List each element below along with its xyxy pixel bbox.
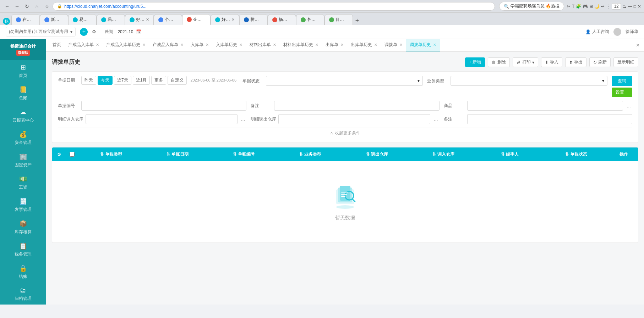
forward-button[interactable]: → (13, 2, 21, 11)
close-btn[interactable]: ✕ (638, 4, 641, 9)
new-button[interactable]: + 新增 (465, 57, 485, 67)
sort-icon-no[interactable]: ⇅ (233, 152, 236, 157)
sidebar-item-assets[interactable]: 🏢 固定资产 (0, 149, 46, 172)
service-button[interactable]: 👤 人工咨询 (585, 29, 609, 35)
tab-close-page-11[interactable]: ✕ (433, 43, 436, 47)
search-bar[interactable]: 🔍 学霸应聘场驱鸟员 🔥热搜 (499, 2, 564, 11)
page-tab-2[interactable]: 产成品入库单历史 ✕ (103, 39, 149, 51)
page-tab-8[interactable]: 出库单 ✕ (322, 39, 347, 51)
tab-close-page-1[interactable]: ✕ (96, 43, 99, 47)
tab-close-page-2[interactable]: ✕ (142, 43, 146, 47)
goods-dots-btn[interactable]: ... (625, 103, 632, 108)
date-btn-more[interactable]: 更多 (151, 76, 166, 85)
sidebar-item-payroll[interactable]: 💵 工资 (0, 172, 46, 194)
tab-close-page-8[interactable]: ✕ (340, 43, 344, 47)
settings-link[interactable]: ⚙ (92, 29, 96, 34)
browser-tab-7[interactable]: 企… (182, 14, 211, 25)
goods-input[interactable] (467, 101, 623, 111)
sidebar-item-home[interactable]: ⊞ 首页 (0, 60, 46, 82)
page-tab-11[interactable]: 调拨单历史 ✕ (406, 39, 440, 51)
browser-tab-2[interactable]: 新… (40, 14, 68, 25)
delete-button[interactable]: 🗑 删除 (488, 57, 510, 67)
detail-in-input[interactable] (86, 114, 238, 124)
sort-icon-biz[interactable]: ⇅ (299, 152, 303, 157)
sort-icon-status[interactable]: ⇅ (565, 152, 569, 157)
page-tab-5[interactable]: 入库单历史 ✕ (212, 39, 246, 51)
date-btn-7days[interactable]: 近7天 (114, 76, 131, 85)
date-btn-custom[interactable]: 自定义 (168, 76, 187, 85)
import-button[interactable]: ⬇ 导入 (541, 57, 562, 67)
export-button[interactable]: ⬆ 导出 (565, 57, 586, 67)
tab-close-8[interactable]: ✕ (231, 17, 235, 22)
select-all-checkbox[interactable] (70, 152, 75, 157)
sidebar-item-inventory[interactable]: 📦 库存核算 (0, 216, 46, 239)
table-settings-btn[interactable]: ⚙ (52, 152, 66, 157)
browser-tab-6[interactable]: 个… (154, 14, 182, 25)
page-tab-9[interactable]: 出库单历史 ✕ (347, 39, 381, 51)
print-button[interactable]: 🖨 打印 ▾ (513, 57, 538, 67)
add-book-btn[interactable]: + (80, 28, 88, 36)
browser-tab-3[interactable]: 易… (68, 14, 97, 25)
sidebar-item-invoice[interactable]: 🧾 发票管理 (0, 194, 46, 216)
sort-icon-type[interactable]: ⇅ (100, 152, 104, 157)
tab-close-page-10[interactable]: ✕ (399, 43, 403, 47)
close-all-tabs-btn[interactable]: ✕ (634, 42, 641, 49)
page-tab-6[interactable]: 材料出库单 ✕ (246, 39, 280, 51)
page-tab-1[interactable]: 产成品入库单 ✕ (65, 39, 103, 51)
tab-close-page-9[interactable]: ✕ (374, 43, 377, 47)
page-tab-7[interactable]: 材料出库单历史 ✕ (280, 39, 322, 51)
browser-tab-9[interactable]: 腾… (239, 14, 268, 25)
page-tab-3[interactable]: 产成品入库单 ✕ (149, 39, 187, 51)
star-button[interactable]: ☆ (43, 2, 51, 11)
collapse-bar[interactable]: ∧ 收起更多条件 (58, 128, 632, 138)
back-button[interactable]: ← (3, 2, 11, 11)
new-tab-button[interactable]: + (353, 16, 361, 25)
sidebar-item-report[interactable]: ☁ 云报表中心 (0, 105, 46, 127)
tab-close-page-4[interactable]: ✕ (206, 43, 209, 47)
sidebar-item-archive[interactable]: 🗂 归档管理 (0, 283, 46, 305)
doc-status-select[interactable]: ▾ (266, 76, 423, 86)
browser-tab-5[interactable]: 好… ✕ (125, 14, 154, 25)
refresh-button[interactable]: ↻ 刷新 (589, 57, 611, 67)
detail-out-input[interactable] (278, 114, 430, 124)
minimize-btn[interactable]: — (628, 4, 632, 9)
browser-tab-4[interactable]: 易… (97, 14, 125, 25)
date-btn-1month[interactable]: 近1月 (133, 76, 150, 85)
remark-input[interactable] (274, 101, 439, 111)
company-selector[interactable]: (勿删勿禁用) 江西服宝测试专用 ▾ (6, 27, 76, 37)
detail-out-dots-btn[interactable]: ... (432, 116, 440, 122)
tab-close-page-7[interactable]: ✕ (315, 43, 318, 47)
browser-tab-11[interactable]: 各… (296, 14, 324, 25)
user-avatar[interactable] (613, 28, 621, 36)
sidebar-item-finance[interactable]: 💰 资金管理 (0, 127, 46, 149)
tab-close-page-3[interactable]: ✕ (180, 43, 184, 47)
browser-tab-8[interactable]: 好… ✕ (211, 14, 239, 25)
browser-tab-1[interactable]: 在… (11, 14, 40, 25)
tab-close-page-6[interactable]: ✕ (273, 43, 276, 47)
sidebar-item-ledger[interactable]: 📒 总账 (0, 82, 46, 105)
query-button[interactable]: 查询 (612, 76, 632, 86)
page-tab-home[interactable]: 首页 (49, 39, 65, 51)
browser-tab-10[interactable]: 畅… (268, 14, 296, 25)
maximize-btn[interactable]: □ (634, 4, 636, 9)
sort-icon-in[interactable]: ⇅ (432, 152, 436, 157)
doc-no-input[interactable] (81, 101, 246, 111)
sidebar-item-tax[interactable]: 📋 税务管理 (0, 239, 46, 261)
refresh-button[interactable]: ↻ (23, 2, 31, 11)
browser-tab-12[interactable]: 目… (324, 14, 353, 25)
user-name[interactable]: 徐泽华 (626, 29, 638, 35)
date-btn-today[interactable]: 今天 (98, 76, 113, 85)
add-circle-icon[interactable]: + (80, 28, 88, 36)
sidebar-item-close[interactable]: 🔒 结账 (0, 261, 46, 283)
sort-icon-handler[interactable]: ⇅ (501, 152, 504, 157)
settings-button[interactable]: 设置 (612, 88, 632, 97)
date-btn-yesterday[interactable]: 昨天 (81, 76, 96, 85)
address-bar[interactable]: 🔒 https://cloud.chanjet.com/accounting/u… (53, 2, 495, 11)
page-tab-10[interactable]: 调拨单 ✕ (381, 39, 406, 51)
detail-in-dots-btn[interactable]: ... (240, 116, 247, 122)
tab-close-5[interactable]: ✕ (146, 17, 149, 22)
sort-icon-out[interactable]: ⇅ (366, 152, 370, 157)
detail-remark-input[interactable] (467, 114, 632, 124)
display-details-btn[interactable]: 显示明细 (613, 57, 638, 67)
page-tab-4[interactable]: 入库单 ✕ (187, 39, 212, 51)
